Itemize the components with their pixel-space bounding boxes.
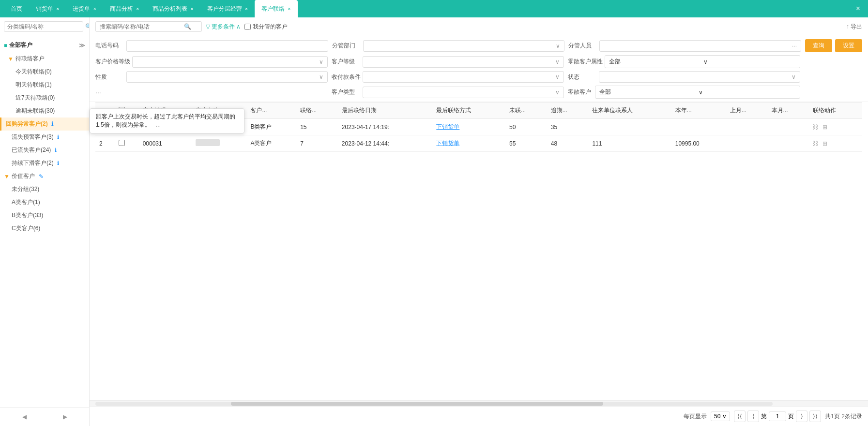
tooltip-more: ... xyxy=(156,121,161,128)
person-select[interactable]: ··· xyxy=(599,40,801,52)
row2-link-icon[interactable]: ⛓ xyxy=(813,140,819,147)
filter-cell-cust-type: 客户类型 ∨ xyxy=(332,87,564,98)
sidebar-collapse-btn[interactable]: ≫ xyxy=(79,42,85,49)
row2-overdue: 48 xyxy=(547,135,589,152)
query-btn[interactable]: 查询 xyxy=(805,39,832,52)
row2-last-month xyxy=(726,135,768,152)
info-icon-churn-warning: ℹ xyxy=(57,134,59,140)
sidebar-item-ungroup[interactable]: 未分组(32) xyxy=(0,183,89,196)
sidebar-item-7days[interactable]: 近7天待联络(0) xyxy=(4,91,89,104)
filter-cell-person: 分管人员 ··· xyxy=(568,40,801,52)
pagination-bar: 每页显示 50 ∨ ⟨⟨ ⟨ 第 页 ⟩ ⟩⟩ 共1页 2条记录 xyxy=(90,406,868,426)
close-product-analysis-tab[interactable]: × xyxy=(136,6,139,12)
payment-select[interactable]: ∨ xyxy=(363,71,564,83)
last-page-btn[interactable]: ⟩⟩ xyxy=(809,411,821,422)
tab-sales[interactable]: 销货单 × xyxy=(29,0,66,17)
filter-cell-price-tier: 客户价格等级 ∨ xyxy=(95,56,328,68)
dept-select[interactable]: ∨ xyxy=(363,40,565,52)
sidebar-nav-next[interactable]: ▶ xyxy=(61,412,69,421)
main-layout: 🔍 ■ 全部客户 ≫ ▼ 待联络客户 今天待联络(0) 明天待联络(1) xyxy=(0,17,868,426)
row2-last-method[interactable]: 下销货单 xyxy=(432,135,505,152)
tab-product-analysis[interactable]: 商品分析 × xyxy=(103,0,146,17)
tab-purchase[interactable]: 进货单 × xyxy=(66,0,103,17)
tab-customer-contact[interactable]: 客户联络 × xyxy=(255,0,297,17)
sidebar-item-declining[interactable]: 持续下滑客户(2) ℹ xyxy=(0,157,89,170)
retail-attr-select[interactable]: 全部 ∨ xyxy=(605,55,800,68)
bottom-scrollbar[interactable] xyxy=(90,400,868,406)
sidebar-bottom: ◀ ▶ xyxy=(0,407,89,426)
cust-type-chevron: ∨ xyxy=(555,89,560,96)
filter-more-btn[interactable]: ··· xyxy=(95,88,101,96)
sidebar-item-churned[interactable]: 已流失客户(24) ℹ xyxy=(0,144,89,157)
row1-last-date: 2023-04-17 14:19: xyxy=(338,119,432,135)
filter-rows: 电话号码 分管部门 ∨ 分管人员 ··· xyxy=(90,36,868,102)
row2-grid-icon[interactable]: ⊞ xyxy=(822,140,827,147)
price-tier-chevron: ∨ xyxy=(319,59,323,65)
row2-method-link[interactable]: 下销货单 xyxy=(436,140,459,147)
sidebar-nav-prev[interactable]: ◀ xyxy=(20,412,29,421)
row1-last-month xyxy=(726,119,768,135)
info-icon-churned: ℹ xyxy=(55,147,57,153)
status-select[interactable]: ∨ xyxy=(599,71,800,83)
phone-input[interactable] xyxy=(126,40,328,52)
sidebar-item-tomorrow[interactable]: 明天待联络(1) xyxy=(4,78,89,91)
close-product-list-tab[interactable]: × xyxy=(190,6,193,12)
sidebar-search-input[interactable] xyxy=(4,21,83,32)
my-customers-checkbox[interactable] xyxy=(244,24,251,30)
page-label-post: 页 xyxy=(788,412,794,421)
prev-page-btn[interactable]: ⟨ xyxy=(747,411,759,422)
filter-search-icon[interactable]: 🔍 xyxy=(184,23,191,30)
sidebar-item-overdue[interactable]: 逾期未联络(30) xyxy=(4,104,89,118)
tooltip-box: 距客户上次交易时长，超过了此客户的平均交易周期的1.5倍，则视为异常。 ... xyxy=(90,108,244,133)
sidebar-item-repurchase-abnormal[interactable]: 回购异常客户(2) ℹ xyxy=(0,118,89,131)
page-num-input[interactable] xyxy=(769,411,786,421)
row1-last-method[interactable]: 下销货单 xyxy=(432,119,505,135)
next-page-btn[interactable]: ⟩ xyxy=(796,411,807,422)
sidebar-item-c-class[interactable]: C类客户(6) xyxy=(0,222,89,235)
settings-btn[interactable]: 设置 xyxy=(835,39,862,52)
tab-customer-tier[interactable]: 客户分层经营 × xyxy=(200,0,255,17)
tab-home[interactable]: 首页 xyxy=(4,0,29,17)
tab-product-list[interactable]: 商品分析列表 × xyxy=(146,0,200,17)
row1-method-link[interactable]: 下销货单 xyxy=(436,123,459,130)
sidebar-item-today[interactable]: 今天待联络(0) xyxy=(4,65,89,78)
retail-cust-select[interactable]: 全部 ∨ xyxy=(595,86,800,99)
filter-cell-retail-attr: 零散客户属性 全部 ∨ xyxy=(568,55,800,68)
close-customer-contact-tab[interactable]: × xyxy=(288,6,290,12)
export-icon: ↑ xyxy=(846,23,849,30)
nature-select[interactable]: ∨ xyxy=(126,71,328,83)
row1-overdue: 35 xyxy=(547,119,589,135)
sidebar-item-a-class[interactable]: A类客户(1) xyxy=(0,196,89,209)
sidebar-item-b-class[interactable]: B类客户(33) xyxy=(0,209,89,222)
table-row: 2 000031 A类客户 7 2023-04-12 14:44: 下销货单 5… xyxy=(95,135,862,152)
row1-grid-icon[interactable]: ⊞ xyxy=(822,124,827,131)
sidebar-pending-title[interactable]: ▼ 待联络客户 xyxy=(4,52,89,65)
cust-tier-select[interactable]: ∨ xyxy=(363,56,564,68)
sidebar-item-churn-warning[interactable]: 流失预警客户(3) ℹ xyxy=(0,131,89,144)
row2-check[interactable] xyxy=(119,140,125,146)
first-page-btn[interactable]: ⟨⟨ xyxy=(734,411,746,422)
scrollbar-track xyxy=(95,402,773,406)
filter-cell-payment: 收付款条件 ∨ xyxy=(332,71,564,83)
row2-action-icons: ⛓ ⊞ xyxy=(813,140,858,147)
row1-link-icon[interactable]: ⛓ xyxy=(813,124,819,131)
close-customer-tier-tab[interactable]: × xyxy=(245,6,248,12)
sidebar-search-area: 🔍 xyxy=(0,17,89,36)
sidebar-value-customers-title[interactable]: ▼ 价值客户 ✎ xyxy=(0,170,89,183)
more-conditions-btn[interactable]: ▽ 更多条件 ∧ xyxy=(206,23,241,31)
status-chevron: ∨ xyxy=(792,73,796,80)
sidebar-search-icon[interactable]: 🔍 xyxy=(85,23,90,30)
close-all-tabs[interactable]: × xyxy=(852,4,864,13)
close-sales-tab[interactable]: × xyxy=(56,6,59,12)
pending-arrow: ▼ xyxy=(8,56,14,62)
page-size-select[interactable]: 50 ∨ xyxy=(711,411,730,421)
row1-this-year xyxy=(671,119,726,135)
sidebar-all-customers[interactable]: ■ 全部客户 ≫ xyxy=(0,38,89,52)
filter-search-input[interactable] xyxy=(100,23,182,30)
value-customers-edit[interactable]: ✎ xyxy=(39,173,44,180)
cust-type-select[interactable]: ∨ xyxy=(363,87,564,98)
close-purchase-tab[interactable]: × xyxy=(93,6,96,12)
chevron-up-icon: ∧ xyxy=(236,23,241,30)
price-tier-select[interactable]: ∨ xyxy=(132,56,328,68)
export-btn[interactable]: ↑ 导出 xyxy=(846,23,862,31)
